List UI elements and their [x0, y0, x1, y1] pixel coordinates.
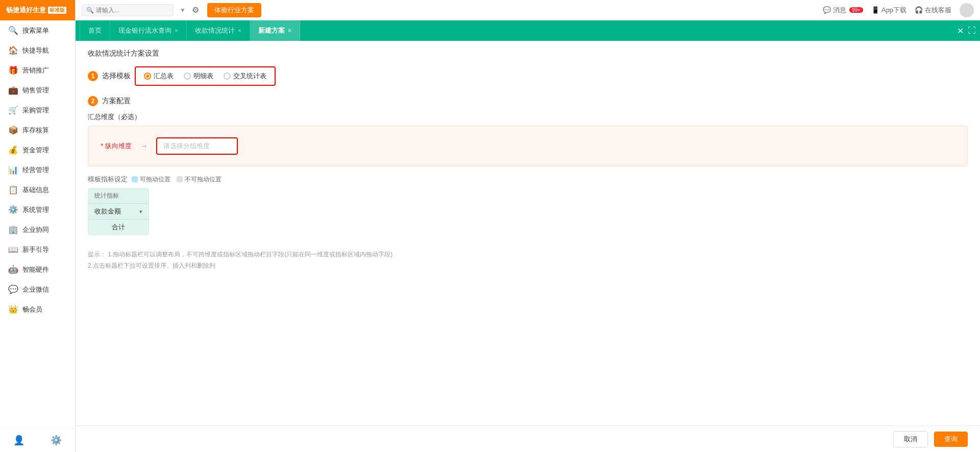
sidebar-item-guide[interactable]: 📖新手引导	[0, 240, 75, 259]
tab-close-cashflow[interactable]: ×	[175, 27, 178, 34]
sidebar-item-purchase[interactable]: 🛒采购管理	[0, 100, 75, 120]
draggable-dot	[132, 176, 138, 182]
notification-badge: 99+	[849, 7, 863, 13]
sidebar-item-sales[interactable]: 💼销售管理	[0, 80, 75, 100]
topbar-right: 💬 消息 99+ 📱 App下载 🎧 在线客服	[823, 3, 974, 17]
stats-table: 统计指标 收款金额 ▾ 合计	[88, 188, 149, 235]
sidebar-icon-finance: 💰	[8, 145, 18, 155]
avatar[interactable]	[960, 3, 974, 17]
radio-cross-circle	[224, 73, 231, 80]
sidebar-icon-quick-nav: 🏠	[8, 45, 18, 55]
sidebar-label-member: 畅会员	[22, 305, 42, 314]
template-radio-group: 汇总表 明细表 交叉统计表	[135, 66, 276, 86]
tip-line1: 提示： 1.拖动标题栏可以调整布局，不可跨维度或指标区域拖动栏目字段(只能在同一…	[88, 249, 968, 260]
query-button[interactable]: 查询	[934, 432, 968, 447]
tab-label-cashflow: 现金银行流水查询	[118, 26, 172, 35]
sidebar-item-enterprise[interactable]: 🏢企业协同	[0, 220, 75, 240]
sidebar-icon-enterprise: 🏢	[8, 225, 18, 234]
draggable-label: 可拖动位置	[140, 175, 170, 184]
logo-text: 畅捷通好生意	[6, 6, 46, 15]
sidebar-item-operations[interactable]: 📊经营管理	[0, 160, 75, 180]
sidebar-label-basic-info: 基础信息	[22, 185, 49, 195]
radio-cross[interactable]: 交叉统计表	[224, 72, 266, 81]
nav-tab-home[interactable]: 首页	[80, 20, 110, 41]
nav-tabs: 首页现金银行流水查询×收款情况统计×新建方案× ✕ ⛶	[76, 20, 980, 41]
industry-btn[interactable]: 体验行业方案	[207, 3, 261, 17]
topbar-search-box[interactable]: 🔍	[82, 4, 174, 16]
step2-label: 方案配置	[102, 97, 131, 106]
sidebar-label-finance: 资金管理	[22, 146, 49, 155]
radio-detail-circle	[184, 73, 191, 80]
dimension-selector[interactable]: 请选择分组维度	[156, 137, 238, 155]
close-window-icon[interactable]: ✕	[957, 26, 964, 36]
nav-tabs-right: ✕ ⛶	[957, 26, 976, 36]
nav-tab-cashflow[interactable]: 现金银行流水查询×	[110, 20, 187, 41]
radio-detail[interactable]: 明细表	[184, 72, 213, 81]
footer-bar: 取消 查询	[76, 425, 980, 452]
radio-detail-label: 明细表	[193, 72, 213, 81]
radio-cross-label: 交叉统计表	[233, 72, 266, 81]
stats-table-body: 合计	[88, 220, 149, 235]
sidebar-label-quick-nav: 快捷导航	[22, 46, 49, 55]
tab-label-payment-stat: 收款情况统计	[195, 26, 235, 35]
sidebar-item-inventory[interactable]: 📦库存核算	[0, 120, 75, 140]
tab-close-payment-stat[interactable]: ×	[238, 27, 241, 34]
indicator-title: 模板指标设定	[88, 175, 128, 184]
sidebar: 畅捷通好生意 标准版 🔍搜索菜单🏠快捷导航🎁营销推广💼销售管理🛒采购管理📦库存核…	[0, 0, 76, 452]
topbar-dropdown-icon[interactable]: ▼	[180, 7, 186, 14]
sidebar-bottom-right[interactable]: ⚙️	[38, 433, 76, 448]
sidebar-item-finance[interactable]: 💰资金管理	[0, 140, 75, 160]
radio-summary[interactable]: 汇总表	[144, 72, 174, 81]
tab-close-new-plan[interactable]: ×	[288, 27, 291, 34]
sidebar-item-search-menu[interactable]: 🔍搜索菜单	[0, 20, 75, 40]
sidebar-item-smart-hw[interactable]: 🤖智能硬件	[0, 259, 75, 279]
step1-section: 1 选择模板 汇总表 明细表 交叉统计表	[88, 66, 968, 86]
messages-item[interactable]: 💬 消息 99+	[823, 6, 863, 15]
legend-draggable: 可拖动位置	[132, 175, 170, 184]
sidebar-icon-operations: 📊	[8, 165, 18, 175]
nav-tab-payment-stat[interactable]: 收款情况统计×	[187, 20, 250, 41]
sidebar-bottom-left[interactable]: 👤	[0, 433, 38, 448]
gear-icon[interactable]: ⚙	[192, 5, 199, 15]
sidebar-icon-search-menu: 🔍	[8, 26, 18, 35]
service-icon: 🎧	[915, 6, 923, 14]
step1-header: 1 选择模板 汇总表 明细表 交叉统计表	[88, 66, 968, 86]
dimension-subtitle: 汇总维度（必选）	[88, 112, 968, 122]
sidebar-item-system[interactable]: ⚙️系统管理	[0, 200, 75, 220]
online-service-label: 在线客服	[925, 6, 951, 15]
sidebar-item-wechat[interactable]: 💬企业微信	[0, 279, 75, 299]
sidebar-label-inventory: 库存核算	[22, 126, 49, 135]
sidebar-item-marketing[interactable]: 🎁营销推广	[0, 60, 75, 80]
stats-col-header: 统计指标	[94, 192, 119, 199]
indicator-settings: 模板指标设定 可拖动位置 不可拖动位置	[88, 175, 968, 237]
dimension-area: 纵向维度 → 请选择分组维度	[88, 126, 968, 166]
sidebar-item-quick-nav[interactable]: 🏠快捷导航	[0, 40, 75, 60]
config-section: 汇总维度（必选） 纵向维度 → 请选择分组维度 模板指标设定	[88, 112, 968, 271]
row-label: 合计	[112, 223, 125, 231]
sidebar-icon-marketing: 🎁	[8, 65, 18, 75]
tip-line2: 2.点击标题栏下拉可设置排序、插入列和删除列	[88, 260, 968, 272]
sidebar-icon-wechat: 💬	[8, 284, 18, 294]
sidebar-item-member[interactable]: 👑畅会员	[0, 299, 75, 319]
maximize-icon[interactable]: ⛶	[968, 26, 976, 36]
radio-summary-label: 汇总表	[154, 72, 174, 81]
fixed-dot	[177, 176, 183, 182]
sidebar-icon-member: 👑	[8, 304, 18, 314]
search-input[interactable]	[96, 7, 162, 14]
message-icon: 💬	[823, 6, 831, 14]
app-icon: 📱	[871, 6, 879, 14]
page-title: 收款情况统计方案设置	[88, 49, 968, 58]
cancel-button[interactable]: 取消	[893, 431, 928, 447]
app-download-item[interactable]: 📱 App下载	[871, 6, 906, 15]
online-service-item[interactable]: 🎧 在线客服	[915, 6, 951, 15]
step1-label: 选择模板	[102, 72, 131, 81]
topbar: 🔍 ▼ ⚙ 体验行业方案 💬 消息 99+ 📱 App下载 🎧 在线客服	[76, 0, 980, 20]
sidebar-item-basic-info[interactable]: 📋基础信息	[0, 180, 75, 200]
sidebar-icon-basic-info: 📋	[8, 185, 18, 195]
nav-tab-new-plan[interactable]: 新建方案×	[250, 20, 300, 41]
tab-label-home: 首页	[88, 26, 102, 35]
tips-section: 提示： 1.拖动标题栏可以调整布局，不可跨维度或指标区域拖动栏目字段(只能在同一…	[88, 249, 968, 271]
stats-table-col-header[interactable]: 收款金额 ▾	[88, 204, 149, 220]
col-label: 收款金额	[94, 207, 121, 216]
radio-summary-circle	[144, 73, 151, 80]
